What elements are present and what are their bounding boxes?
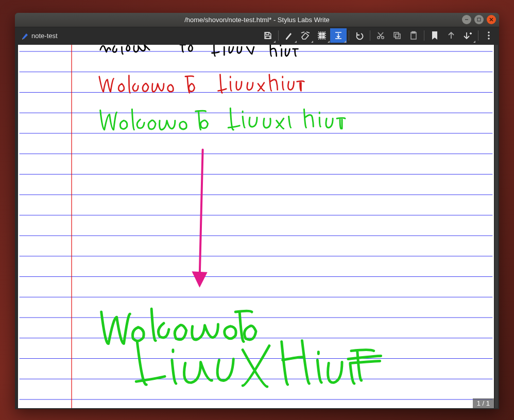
save-button[interactable] [260,28,276,43]
document-icon [21,32,28,39]
svg-marker-51 [194,272,206,285]
cut-button[interactable] [372,28,389,43]
document-name: note-test [31,32,58,40]
svg-rect-11 [319,36,321,38]
window-controls [462,15,496,24]
svg-point-29 [488,34,489,36]
arrow-up-icon [447,31,455,40]
svg-line-50 [200,150,203,278]
minimize-button[interactable] [462,15,471,24]
next-page-button[interactable] [459,28,476,43]
handwriting-line-1 [100,45,298,56]
arrow-down-plus-icon [462,31,473,40]
app-window: /home/shovon/note-test.html* - Stylus La… [15,13,499,409]
prev-page-button[interactable] [443,28,459,43]
copy-button[interactable] [389,28,405,43]
undo-button[interactable] [351,28,368,43]
page-svg [18,45,494,408]
handwriting-line-3 [100,108,345,130]
svg-line-6 [301,32,304,33]
paste-button[interactable] [405,28,422,43]
svg-rect-20 [394,32,399,37]
eraser-icon [300,31,311,40]
arrow-annotation [194,150,206,286]
select-rect-icon [317,31,327,40]
handwriting-line-2 [99,75,304,93]
undo-icon [355,31,364,40]
svg-rect-1 [477,18,481,21]
titlebar: /home/shovon/note-test.html* - Stylus La… [15,13,499,27]
svg-point-28 [488,31,489,33]
svg-point-30 [488,38,489,39]
canvas-area: 1 / 1 [15,44,499,409]
window-title: /home/shovon/note-test.html* - Stylus La… [184,16,330,24]
svg-rect-4 [266,32,269,34]
maximize-button[interactable] [474,15,484,24]
paper[interactable] [18,45,494,408]
insert-space-tool-button[interactable] [330,28,347,43]
insert-space-icon [334,31,343,40]
svg-rect-21 [396,34,400,39]
svg-rect-23 [412,32,415,33]
svg-rect-10 [322,33,324,35]
page-indicator: 1 / 1 [473,398,494,408]
toolbar: note-test [15,27,499,44]
svg-rect-12 [322,36,324,38]
select-tool-button[interactable] [314,28,330,43]
document-tab[interactable]: note-test [17,32,62,40]
vertical-scrollbar[interactable] [495,45,498,408]
save-icon [263,31,272,40]
pen-tool-button[interactable] [281,28,297,43]
overflow-menu-button[interactable] [481,28,497,43]
eraser-tool-button[interactable] [297,28,314,43]
close-button[interactable] [487,15,496,24]
kebab-icon [487,31,490,40]
svg-rect-9 [319,33,321,35]
handwriting-line-4 [101,309,381,387]
svg-line-7 [306,32,310,33]
bookmark-icon [431,31,438,40]
bookmark-button[interactable] [426,28,443,43]
copy-icon [392,31,402,40]
cut-icon [376,31,385,40]
svg-rect-5 [266,36,270,39]
pencil-icon [284,31,294,40]
paste-icon [409,31,418,40]
